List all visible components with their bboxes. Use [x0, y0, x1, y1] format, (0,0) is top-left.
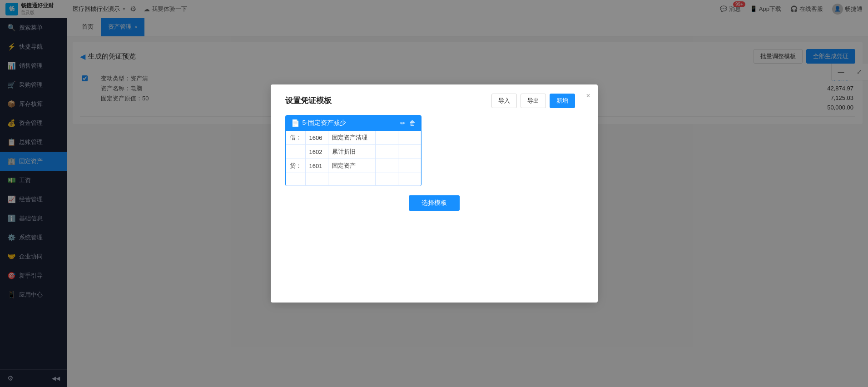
empty-1 — [305, 173, 328, 186]
template-row-2: 贷： 1601 固定资产 — [286, 159, 421, 173]
empty-2 — [328, 173, 375, 186]
template-card-title: 📄 5-固定资产减少 — [291, 119, 346, 127]
content-area: 首页 资产管理 × — ⤢ ◀ — [67, 18, 868, 387]
entry-type-0: 借： — [286, 131, 305, 145]
template-doc-icon: 📄 — [291, 119, 300, 127]
empty-3 — [375, 173, 398, 186]
entry-subject-2: 固定资产 — [328, 159, 375, 173]
import-btn[interactable]: 导入 — [491, 94, 517, 108]
select-template-btn[interactable]: 选择模板 — [409, 195, 460, 211]
entry-code-2: 1601 — [305, 159, 328, 173]
new-btn[interactable]: 新增 — [550, 94, 575, 108]
template-header-text: 5-固定资产减少 — [303, 119, 346, 127]
template-card-actions: ✏ 🗑 — [400, 119, 416, 127]
entry-type-1 — [286, 145, 305, 159]
app-wrapper: 畅 畅捷通好业财 普及版 医疗器械行业演示 ▼ ⚙ ☁ 我要体验一下 💬 消息 … — [0, 0, 868, 387]
modal-overlay: × 设置凭证模板 导入 导出 新增 — [67, 36, 868, 387]
page-content: — ⤢ ◀ 生成的凭证预览 批量调整模板 全部生成凭证 — [67, 36, 868, 387]
empty-4 — [398, 173, 421, 186]
template-edit-icon[interactable]: ✏ — [400, 119, 406, 127]
template-row-0: 借： 1606 固定资产清理 — [286, 131, 421, 145]
main-layout: 🔍 搜索菜单 ⚡ 快捷导航 📊 销售管理 🛒 采购管理 📦 库存核算 💰 — [0, 18, 868, 387]
modal-dialog: × 设置凭证模板 导入 导出 新增 — [271, 84, 598, 303]
template-row-empty — [286, 173, 421, 186]
entry-debit-2 — [375, 159, 398, 173]
entry-debit-1 — [375, 145, 398, 159]
template-delete-icon[interactable]: 🗑 — [409, 119, 416, 127]
entry-subject-1: 累计折旧 — [328, 145, 375, 159]
template-card: 📄 5-固定资产减少 ✏ 🗑 — [285, 115, 422, 186]
entry-credit-0 — [398, 131, 421, 145]
entry-credit-2 — [398, 159, 421, 173]
empty-0 — [286, 173, 305, 186]
template-card-header: 📄 5-固定资产减少 ✏ 🗑 — [286, 115, 421, 131]
modal-toolbar: 导入 导出 新增 — [491, 94, 575, 108]
entry-credit-1 — [398, 145, 421, 159]
entry-subject-0: 固定资产清理 — [328, 131, 375, 145]
entry-code-1: 1602 — [305, 145, 328, 159]
modal-close-btn[interactable]: × — [586, 92, 590, 100]
entry-code-0: 1606 — [305, 131, 328, 145]
template-row-1: 1602 累计折旧 — [286, 145, 421, 159]
entry-type-2: 贷： — [286, 159, 305, 173]
entry-debit-0 — [375, 131, 398, 145]
template-entries-table: 借： 1606 固定资产清理 1602 — [286, 131, 421, 186]
export-btn[interactable]: 导出 — [521, 94, 546, 108]
